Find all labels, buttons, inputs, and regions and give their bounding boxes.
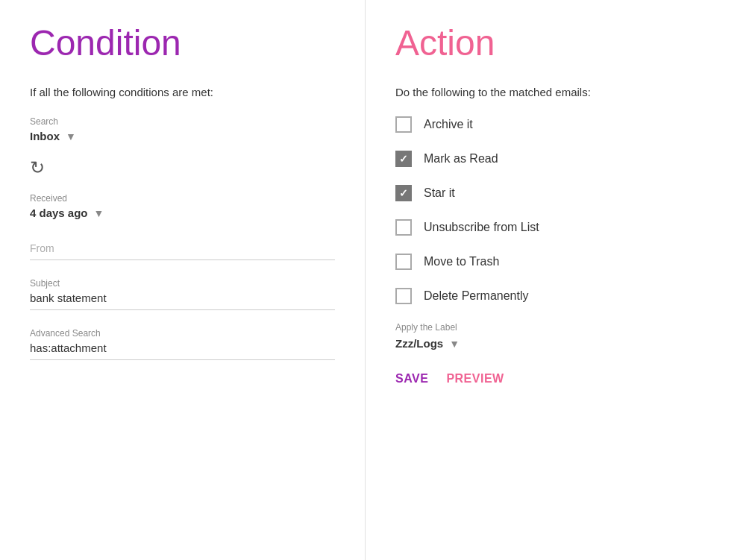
checkbox-label-delete: Delete Permanently [424, 289, 529, 303]
apply-label-title: Apply the Label [395, 322, 716, 333]
checkbox-delete[interactable] [395, 288, 412, 304]
condition-subtitle: If all the following conditions are met: [30, 86, 335, 98]
checkbox-trash[interactable] [395, 254, 412, 270]
from-field-container [30, 242, 335, 260]
advanced-search-input[interactable] [30, 342, 335, 354]
advanced-search-container: Advanced Search [30, 328, 335, 360]
checkbox-row-archive[interactable]: Archive it [395, 116, 716, 133]
search-value: Inbox [30, 130, 60, 142]
label-dropdown[interactable]: Zzz/Logs ▼ [395, 337, 716, 350]
received-dropdown-arrow[interactable]: ▼ [94, 207, 104, 219]
checkbox-mark-read[interactable] [395, 151, 412, 167]
action-buttons: SAVE PREVIEW [395, 372, 716, 386]
checkbox-archive[interactable] [395, 116, 412, 133]
subject-label: Subject [30, 278, 335, 289]
search-dropdown[interactable]: Inbox ▼ [30, 130, 335, 142]
refresh-button[interactable]: ↻ [30, 157, 45, 178]
action-title: Action [395, 22, 716, 63]
checkbox-row-delete[interactable]: Delete Permanently [395, 288, 716, 304]
label-dropdown-arrow[interactable]: ▼ [449, 338, 460, 350]
checkbox-row-unsubscribe[interactable]: Unsubscribe from List [395, 219, 716, 236]
checkbox-label-unsubscribe: Unsubscribe from List [424, 221, 539, 234]
checkbox-label-mark-read: Mark as Read [424, 152, 498, 166]
received-section: Received 4 days ago ▼ [30, 193, 335, 219]
checkbox-star[interactable] [395, 185, 412, 201]
save-button[interactable]: SAVE [395, 372, 428, 386]
label-value: Zzz/Logs [395, 337, 443, 350]
checkbox-row-mark-read[interactable]: Mark as Read [395, 151, 716, 167]
checkbox-unsubscribe[interactable] [395, 219, 412, 236]
apply-label-section: Apply the Label Zzz/Logs ▼ [395, 322, 716, 350]
search-label: Search [30, 116, 335, 127]
condition-panel: Condition If all the following condition… [0, 0, 366, 560]
advanced-search-label: Advanced Search [30, 328, 335, 339]
search-dropdown-arrow[interactable]: ▼ [66, 130, 76, 142]
received-dropdown[interactable]: 4 days ago ▼ [30, 207, 335, 219]
action-subtitle: Do the following to the matched emails: [395, 86, 716, 98]
preview-button[interactable]: PREVIEW [446, 372, 504, 386]
checkboxes-container: Archive itMark as ReadStar itUnsubscribe… [395, 116, 716, 304]
checkbox-row-star[interactable]: Star it [395, 185, 716, 201]
from-input[interactable] [30, 242, 335, 254]
search-field-block: Search Inbox ▼ [30, 116, 335, 142]
subject-field-container: Subject [30, 278, 335, 310]
checkbox-label-trash: Move to Trash [424, 255, 499, 268]
condition-title: Condition [30, 22, 335, 63]
received-label: Received [30, 193, 335, 204]
subject-input[interactable] [30, 292, 335, 304]
received-value: 4 days ago [30, 207, 88, 219]
checkbox-label-star: Star it [424, 186, 455, 200]
action-panel: Action Do the following to the matched e… [366, 0, 746, 560]
checkbox-label-archive: Archive it [424, 118, 473, 131]
checkbox-row-trash[interactable]: Move to Trash [395, 254, 716, 270]
